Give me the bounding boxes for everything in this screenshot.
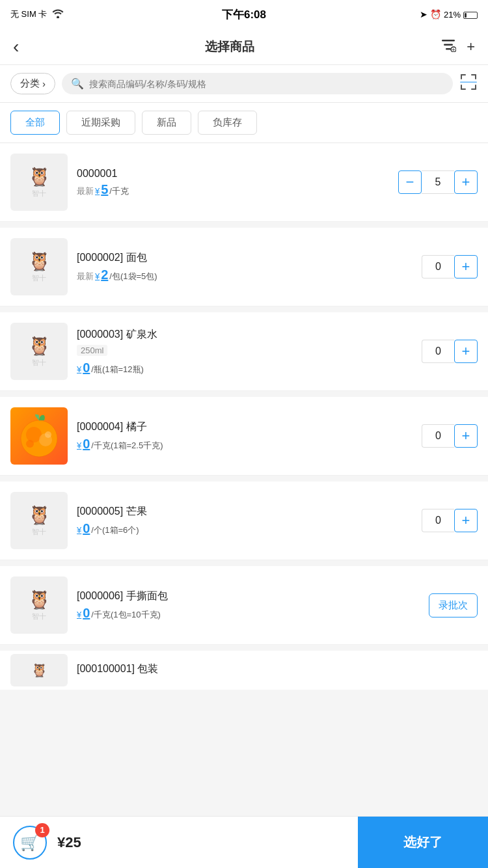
product-price: ¥ 0 /瓶(1箱=12瓶)	[77, 360, 413, 375]
product-image: 🦉 智十	[10, 492, 68, 549]
product-info: [000100001] 包装	[77, 662, 478, 679]
cart-icon: 🛒	[20, 834, 40, 852]
product-info: 0000001 最新 ¥ 5 /千克	[77, 168, 389, 197]
quantity-control: +	[422, 509, 478, 532]
status-time: 下午6:08	[222, 7, 266, 22]
product-price: ¥ 0 /千克(1箱=2.5千克)	[77, 437, 413, 452]
status-left: 无 SIM 卡	[10, 8, 64, 20]
add-icon[interactable]: +	[467, 38, 475, 55]
svg-rect-6	[461, 74, 462, 79]
nav-bar: ‹ 选择商品 + +	[0, 29, 488, 65]
filter-icon[interactable]: +	[441, 38, 456, 56]
svg-rect-0	[442, 40, 455, 42]
placeholder-owl-icon: 🦉	[31, 662, 47, 678]
carrier-text: 无 SIM 卡	[10, 8, 47, 20]
svg-rect-8	[475, 74, 476, 79]
product-name: [0000003] 矿泉水	[77, 328, 413, 342]
brand-text: 智十	[32, 612, 46, 621]
product-name: [0000006] 手撕面包	[77, 590, 420, 603]
plus-button[interactable]: +	[454, 255, 478, 278]
page-title: 选择商品	[205, 38, 254, 55]
list-item: [0000004] 橘子 ¥ 0 /千克(1箱=2.5千克) +	[0, 397, 488, 476]
placeholder-owl-icon: 🦉	[28, 504, 51, 526]
product-name: [0000005] 芒果	[77, 505, 413, 519]
quantity-input[interactable]	[422, 509, 454, 532]
cart-badge: 1	[35, 823, 49, 837]
divider	[0, 645, 488, 651]
category-arrow-icon: ›	[42, 78, 46, 89]
nav-left: ‹	[13, 36, 19, 57]
product-price: ¥ 0 /个(1箱=6个)	[77, 521, 413, 536]
divider	[0, 223, 488, 228]
product-image	[10, 407, 68, 465]
minus-button[interactable]: −	[398, 170, 422, 194]
product-price: ¥ 0 /千克(1包=10千克)	[77, 606, 420, 621]
filter-tabs: 全部 近期采购 新品 负库存	[0, 103, 488, 143]
product-name: [0000002] 面包	[77, 251, 413, 265]
toolbar: 分类 › 🔍	[0, 65, 488, 103]
quantity-control: − +	[398, 170, 478, 194]
product-info: [0000003] 矿泉水 250ml ¥ 0 /瓶(1箱=12瓶)	[77, 328, 413, 375]
list-item: 🦉 智十 0000001 最新 ¥ 5 /千克 − +	[0, 143, 488, 222]
wifi-icon	[52, 9, 64, 20]
search-bar: 🔍	[62, 73, 453, 94]
product-image: 🦉	[10, 654, 68, 686]
tab-all[interactable]: 全部	[10, 111, 60, 135]
list-item: 🦉 [000100001] 包装	[0, 651, 488, 690]
product-info: [0000005] 芒果 ¥ 0 /个(1箱=6个)	[77, 505, 413, 536]
search-icon: 🔍	[71, 77, 84, 90]
bottom-bar: 🛒 1 ¥25 选好了	[0, 816, 488, 868]
product-image: 🦉 智十	[10, 576, 68, 634]
divider	[0, 476, 488, 481]
plus-button[interactable]: +	[454, 509, 478, 532]
record-batch-button[interactable]: 录批次	[429, 593, 478, 617]
placeholder-owl-icon: 🦉	[28, 335, 51, 357]
product-image: 🦉 智十	[10, 154, 68, 211]
brand-text: 智十	[32, 189, 46, 198]
plus-button[interactable]: +	[454, 424, 478, 448]
cart-total: ¥25	[57, 834, 81, 851]
svg-point-18	[26, 440, 34, 448]
product-name: 0000001	[77, 168, 389, 180]
plus-button[interactable]: +	[454, 340, 478, 363]
svg-text:+: +	[452, 46, 455, 52]
quantity-input[interactable]	[422, 255, 454, 278]
product-price: 最新 ¥ 2 /包(1袋=5包)	[77, 267, 413, 282]
category-button[interactable]: 分类 ›	[10, 73, 55, 94]
tab-negative[interactable]: 负库存	[198, 111, 257, 135]
quantity-input[interactable]	[422, 170, 454, 194]
list-item: 🦉 智十 [0000003] 矿泉水 250ml ¥ 0 /瓶(1箱=12瓶) …	[0, 312, 488, 391]
svg-rect-1	[444, 44, 453, 46]
back-button[interactable]: ‹	[13, 36, 19, 57]
svg-rect-2	[446, 48, 451, 50]
product-image: 🦉 智十	[10, 323, 68, 380]
quantity-control: +	[422, 255, 478, 278]
quantity-control: +	[422, 340, 478, 363]
confirm-button[interactable]: 选好了	[358, 817, 488, 869]
brand-text: 智十	[32, 358, 46, 368]
cart-icon-button[interactable]: 🛒 1	[13, 826, 47, 860]
scan-icon[interactable]	[459, 73, 478, 94]
list-item: 🦉 智十 [0000002] 面包 最新 ¥ 2 /包(1袋=5包) +	[0, 228, 488, 306]
product-info: [0000004] 橘子 ¥ 0 /千克(1箱=2.5千克)	[77, 420, 413, 452]
tab-recent[interactable]: 近期采购	[66, 111, 135, 135]
placeholder-owl-icon: 🦉	[28, 589, 51, 610]
quantity-input[interactable]	[422, 340, 454, 363]
status-bar: 无 SIM 卡 下午6:08 ➤ ⏰ 21%	[0, 0, 488, 29]
product-price: 最新 ¥ 5 /千克	[77, 182, 389, 197]
quantity-control: +	[422, 424, 478, 448]
plus-button[interactable]: +	[454, 170, 478, 194]
product-info: [0000002] 面包 最新 ¥ 2 /包(1袋=5包)	[77, 251, 413, 282]
quantity-input[interactable]	[422, 424, 454, 448]
tab-new[interactable]: 新品	[142, 111, 191, 135]
battery-percent: 21%	[444, 10, 461, 20]
alarm-icon: ⏰	[430, 9, 441, 20]
cart-section: 🛒 1 ¥25	[0, 826, 358, 860]
product-name: [000100001] 包装	[77, 662, 478, 676]
search-input[interactable]	[89, 79, 444, 89]
product-info: [0000006] 手撕面包 ¥ 0 /千克(1包=10千克)	[77, 590, 420, 621]
divider	[0, 392, 488, 397]
status-right: ➤ ⏰ 21%	[420, 9, 478, 20]
divider	[0, 561, 488, 566]
svg-rect-10	[461, 85, 462, 90]
